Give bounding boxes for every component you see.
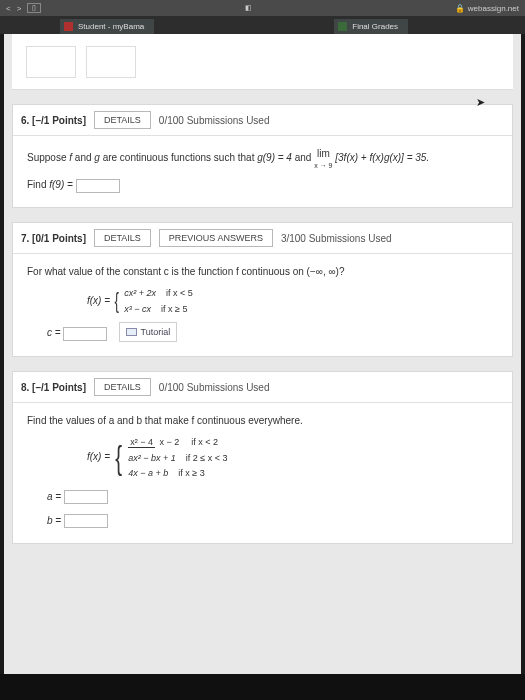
question-header: 6. [–/1 Points] DETAILS 0/100 Submission…: [13, 105, 512, 136]
eq: g(9) = 4: [257, 152, 292, 163]
answer-input-a[interactable]: [64, 490, 108, 504]
brace-icon: {: [114, 297, 118, 306]
eq: f(9) =: [49, 179, 73, 190]
text: Find: [27, 179, 49, 190]
browser-topbar: < > ▯ ◧ 🔒 webassign.net: [0, 0, 525, 16]
submissions-label: 3/100 Submissions Used: [281, 233, 392, 244]
submissions-label: 0/100 Submissions Used: [159, 382, 270, 393]
question-body: Find the values of a and b that make f c…: [13, 403, 512, 542]
question-7: 7. [0/1 Points] DETAILS PREVIOUS ANSWERS…: [12, 222, 513, 357]
eq: a =: [47, 491, 64, 502]
url-text: webassign.net: [468, 4, 519, 13]
answer-input[interactable]: [63, 327, 107, 341]
points-label: 8. [–/1 Points]: [21, 382, 86, 393]
lock-icon: 🔒: [455, 4, 465, 13]
nav-fwd-icon[interactable]: >: [17, 4, 22, 13]
tab-final-grades[interactable]: Final Grades: [334, 19, 408, 34]
text: are continuous functions such that: [103, 152, 258, 163]
piecewise-def: { x² − 4 x − 2 if x < 2 ax² − bx + 1if 2…: [113, 435, 228, 480]
eq: f(x) =: [87, 452, 113, 463]
points-label: 7. [0/1 Points]: [21, 233, 86, 244]
device-bottom: [0, 674, 525, 700]
fraction: x² − 4 x − 2: [128, 435, 181, 449]
answer-input[interactable]: [76, 179, 120, 193]
text: and: [75, 152, 94, 163]
limit-expr: lim x → 9: [314, 146, 332, 171]
points-label: 6. [–/1 Points]: [21, 115, 86, 126]
details-button[interactable]: DETAILS: [94, 378, 151, 396]
sidebar-toggle-icon[interactable]: ▯: [27, 3, 41, 13]
question-header: 7. [0/1 Points] DETAILS PREVIOUS ANSWERS…: [13, 223, 512, 254]
label: Tutorial: [141, 325, 171, 339]
text: and: [295, 152, 314, 163]
details-button[interactable]: DETAILS: [94, 111, 151, 129]
question-6: 6. [–/1 Points] DETAILS 0/100 Submission…: [12, 104, 513, 208]
page-content: ➤ 6. [–/1 Points] DETAILS 0/100 Submissi…: [4, 34, 521, 674]
question-body: For what value of the constant c is the …: [13, 254, 512, 356]
piecewise-def: { cx² + 2xif x < 5 x³ − cxif x ≥ 5: [113, 286, 193, 316]
previous-answers-button[interactable]: PREVIOUS ANSWERS: [159, 229, 273, 247]
eq: b =: [47, 515, 64, 526]
tab-mybama[interactable]: Student - myBama: [60, 19, 154, 34]
ghost-input[interactable]: [26, 46, 76, 78]
text: Suppose: [27, 152, 69, 163]
brace-icon: {: [115, 451, 122, 465]
answer-input-b[interactable]: [64, 514, 108, 528]
question-8: 8. [–/1 Points] DETAILS 0/100 Submission…: [12, 371, 513, 543]
mouse-cursor-icon: ➤: [476, 96, 485, 109]
tutorial-button[interactable]: Tutorial: [119, 322, 178, 342]
eq: c =: [47, 327, 63, 338]
shield-icon[interactable]: ◧: [241, 3, 255, 13]
question-header: 8. [–/1 Points] DETAILS 0/100 Submission…: [13, 372, 512, 403]
browser-tabs: Student - myBama Final Grades: [0, 16, 525, 34]
eq: [3f(x) + f(x)g(x)] = 35.: [335, 152, 429, 163]
prev-question-stub: [12, 34, 513, 90]
ghost-input[interactable]: [86, 46, 136, 78]
prompt-text: Find the values of a and b that make f c…: [27, 413, 498, 429]
question-body: Suppose f and g are continuous functions…: [13, 136, 512, 207]
prompt-text: For what value of the constant c is the …: [27, 264, 498, 280]
submissions-label: 0/100 Submissions Used: [159, 115, 270, 126]
eq: f(x) =: [87, 295, 113, 306]
nav-back-icon[interactable]: <: [6, 4, 11, 13]
tutorial-icon: [126, 328, 137, 336]
details-button[interactable]: DETAILS: [94, 229, 151, 247]
